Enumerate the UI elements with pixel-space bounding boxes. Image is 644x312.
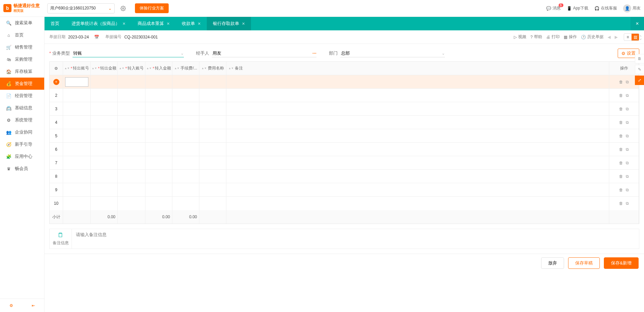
table-cell[interactable] [199, 75, 226, 88]
biz-type-input[interactable] [73, 49, 184, 57]
table-cell[interactable] [63, 183, 91, 196]
table-cell[interactable] [199, 143, 226, 156]
tabs-close-all-button[interactable]: ✕ [631, 17, 644, 30]
table-cell[interactable] [145, 102, 172, 115]
copy-row-icon[interactable]: ⧉ [624, 80, 630, 84]
chevron-down-icon[interactable]: ⌄ [180, 51, 184, 56]
table-cell[interactable] [199, 116, 226, 129]
close-icon[interactable]: ✕ [198, 22, 201, 26]
table-cell[interactable] [118, 75, 145, 88]
table-cell[interactable] [63, 129, 91, 142]
sidebar-item-business[interactable]: 📄经营管理 [0, 90, 44, 102]
table-cell[interactable] [91, 102, 118, 115]
table-cell[interactable] [172, 89, 199, 102]
table-cell[interactable] [226, 102, 609, 115]
out-acct-input[interactable] [65, 77, 88, 87]
copy-row-icon[interactable]: ⧉ [624, 134, 630, 138]
sidebar-item-basic[interactable]: 📇基础信息 [0, 102, 44, 114]
table-cell[interactable] [172, 156, 199, 169]
sidebar-item-system[interactable]: ⚙系统管理 [0, 114, 44, 126]
table-cell[interactable] [118, 156, 145, 169]
tab-purchase-stats[interactable]: 进货单统计表（按商品）✕ [65, 17, 132, 30]
save-draft-button[interactable]: 保存草稿 [568, 257, 600, 269]
table-cell[interactable] [91, 75, 118, 88]
tab-home[interactable]: 首页 [45, 17, 65, 30]
chevron-down-icon[interactable]: ⌄ [442, 51, 445, 56]
table-row[interactable]: 3🗑⧉ [50, 102, 639, 116]
table-cell[interactable] [199, 102, 226, 115]
table-row[interactable]: 4🗑⧉ [50, 116, 639, 129]
table-cell[interactable] [226, 116, 609, 129]
copy-row-icon[interactable]: ⧉ [624, 147, 630, 152]
table-cell[interactable] [145, 143, 172, 156]
col-fee[interactable]: ▲▼手续费/... [172, 62, 199, 75]
settings-icon[interactable]: ⚙ [9, 303, 13, 308]
delete-row-icon[interactable]: 🗑 [618, 174, 624, 179]
rail-expand-icon[interactable]: ⤢ [635, 76, 644, 85]
help-button[interactable]: ?帮助 [530, 34, 542, 40]
table-cell[interactable] [118, 183, 145, 196]
tab-receipt[interactable]: 收款单✕ [176, 17, 207, 30]
table-cell[interactable] [63, 156, 91, 169]
table-cell[interactable] [118, 170, 145, 183]
copy-row-icon[interactable]: ⧉ [624, 107, 630, 111]
table-cell[interactable] [63, 143, 91, 156]
table-cell[interactable] [63, 102, 91, 115]
table-cell[interactable] [145, 197, 172, 210]
history-button[interactable]: 🕑历史单据 [581, 34, 604, 40]
collapse-icon[interactable]: ⇤ [32, 303, 35, 308]
delete-row-icon[interactable]: 🗑 [618, 120, 624, 125]
tenant-select[interactable]: 用户690企业1660120750 ⌄ [47, 3, 115, 13]
close-icon[interactable]: ✕ [122, 22, 125, 26]
delete-row-icon[interactable]: 🗑 [618, 93, 624, 98]
user-menu[interactable]: 👤 用友 [623, 4, 641, 12]
messages-button[interactable]: 💬 消息 6 [546, 5, 561, 11]
app-download-button[interactable]: 📱 App下载 [567, 5, 588, 11]
table-cell[interactable] [226, 197, 609, 210]
sidebar-item-search[interactable]: 🔍搜索菜单 [0, 17, 44, 29]
rail-edit-icon[interactable]: ✎ [635, 65, 644, 74]
table-cell[interactable] [145, 116, 172, 129]
online-service-button[interactable]: 🎧 在线客服 [594, 5, 617, 11]
table-cell[interactable] [91, 156, 118, 169]
table-cell[interactable] [63, 170, 91, 183]
table-cell[interactable] [199, 89, 226, 102]
table-cell[interactable] [226, 143, 609, 156]
sidebar-item-apps[interactable]: 🧩应用中心 [0, 150, 44, 163]
close-icon[interactable]: ✕ [167, 22, 170, 26]
next-button[interactable]: ▶ [615, 35, 618, 39]
save-new-button[interactable]: 保存&新增 [604, 257, 639, 269]
table-cell[interactable] [145, 183, 172, 196]
table-cell[interactable] [118, 89, 145, 102]
table-cell[interactable] [199, 170, 226, 183]
table-row[interactable]: 2🗑⧉ [50, 89, 639, 102]
delete-row-icon[interactable]: 🗑 [618, 134, 624, 138]
table-cell[interactable] [91, 183, 118, 196]
table-cell[interactable] [226, 129, 609, 142]
handler-more-icon[interactable]: ⋯ [312, 51, 317, 56]
sidebar-item-purchase[interactable]: 🛍采购管理 [0, 53, 44, 65]
sidebar-item-home[interactable]: ⌂首页 [0, 29, 44, 41]
table-cell[interactable] [226, 75, 609, 88]
tab-cost-recalc[interactable]: 商品成本重算✕ [132, 17, 176, 30]
copy-row-icon[interactable]: ⧉ [624, 120, 630, 125]
table-cell[interactable] [172, 170, 199, 183]
col-out-acct[interactable]: ▲▼*转出账号 [63, 62, 91, 75]
prev-button[interactable]: ◀ [608, 35, 611, 39]
table-cell[interactable] [91, 143, 118, 156]
sidebar-item-sales[interactable]: 🛒销售管理 [0, 41, 44, 53]
fullscreen-icon[interactable]: ⛶ [637, 35, 641, 40]
table-cell[interactable] [172, 197, 199, 210]
table-cell[interactable] [63, 75, 91, 88]
remark-input[interactable] [72, 229, 639, 249]
table-cell[interactable] [91, 197, 118, 210]
add-row-button[interactable]: + [53, 79, 59, 85]
table-cell[interactable] [172, 102, 199, 115]
table-cell[interactable] [63, 116, 91, 129]
table-cell[interactable] [226, 183, 609, 196]
try-industry-button[interactable]: 体验行业方案 [135, 3, 169, 13]
table-cell[interactable] [118, 129, 145, 142]
table-cell[interactable] [172, 75, 199, 88]
delete-row-icon[interactable]: 🗑 [618, 188, 624, 192]
table-row[interactable]: 6🗑⧉ [50, 143, 639, 156]
